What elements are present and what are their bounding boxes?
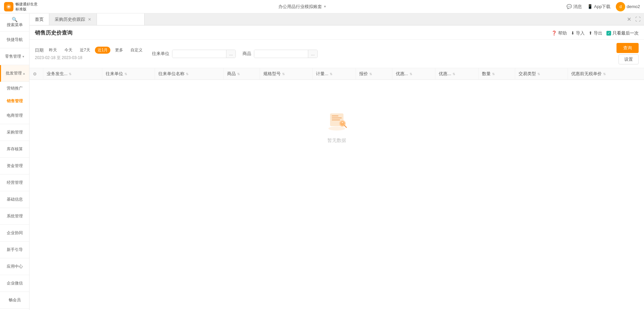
col-trade-type[interactable]: 交易类型⇅ [515, 68, 568, 80]
only-last-checkbox-label[interactable]: ✓ 只看最后一次 [606, 30, 639, 36]
chevron-down-icon: ▾ [22, 55, 24, 58]
counterpart-label: 往来单位 [152, 51, 169, 57]
sidebar-item-system[interactable]: 系统管理 [0, 208, 29, 225]
counterpart-dots-btn[interactable]: ... [226, 50, 235, 58]
svg-rect-3 [332, 115, 338, 116]
page-content: 销售历史价查询 ❓ 帮助 ⬇ 导入 ⬆ 导出 ✓ [30, 25, 644, 310]
main-layout: 🔍 搜索菜单 快捷导航 零售管理 ▾ 批发管理 ▴ 营销推广 销售管理 电商管理… [0, 13, 644, 310]
search-settings-button[interactable]: 设置 [619, 54, 639, 64]
counterpart-input[interactable] [172, 50, 226, 58]
dropdown-arrow-icon[interactable]: ▾ [324, 4, 326, 9]
tab-expand-btn[interactable]: ⛶ [635, 16, 641, 23]
sidebar-item-appcenter[interactable]: 应用中心 [0, 258, 29, 275]
help-btn[interactable]: ❓ 帮助 [551, 30, 567, 36]
sidebar-item-newbie[interactable]: 新手引导 [0, 242, 29, 258]
date-filters: 昨天 今天 近7天 近1月 更多 自定义 [46, 47, 145, 54]
tab-bar: 首页 采购历史价跟踪 ✕ 销售历史价跟踪 ✕ ✕ ⛶ [30, 13, 644, 25]
logo-icon [4, 2, 13, 11]
nav-app-download[interactable]: 📱 App下载 [587, 4, 610, 10]
date-btn-yesterday[interactable]: 昨天 [46, 47, 60, 54]
sidebar-item-quicknav[interactable]: 快捷导航 [0, 32, 29, 48]
tab-sales-history[interactable]: 销售历史价跟踪 ✕ [97, 13, 145, 25]
col-goods[interactable]: 商品⇅ [223, 68, 260, 80]
search-icon: 🔍 [12, 17, 17, 22]
table-container: ⚙ 业务发生...⇅ 往来单位⇅ 往来单位名称⇅ [30, 68, 644, 170]
only-last-checkbox[interactable]: ✓ [606, 31, 611, 36]
sort-icon-discount2: ⇅ [452, 72, 455, 76]
counterpart-field: 往来单位 ... [152, 50, 236, 58]
data-table: ⚙ 业务发生...⇅ 往来单位⇅ 往来单位名称⇅ [30, 68, 644, 80]
counterpart-input-wrapper: ... [172, 50, 236, 58]
sort-icon-spec: ⇅ [282, 72, 285, 76]
sort-icon-pretax-price: ⇅ [603, 72, 606, 76]
sidebar-item-basicinfo[interactable]: 基础信息 [0, 191, 29, 208]
top-bar-right: 💬 消息 📱 App下载 d demo2 [567, 2, 640, 11]
user-avatar: d [616, 2, 625, 11]
sidebar-item-finance[interactable]: 资金管理 [0, 158, 29, 174]
col-counterpart-id[interactable]: 往来单位⇅ [102, 68, 155, 80]
sort-icon-counterpart-id: ⇅ [124, 72, 127, 76]
tab-purchase-history[interactable]: 采购历史价跟踪 ✕ [49, 13, 97, 25]
col-quantity[interactable]: 数量⇅ [479, 68, 515, 80]
col-pretax-price[interactable]: 优惠前无税单价⇅ [568, 68, 644, 80]
goods-input[interactable] [254, 50, 308, 58]
sidebar-item-purchase[interactable]: 采购管理 [0, 124, 29, 141]
page-header: 销售历史价查询 ❓ 帮助 ⬇ 导入 ⬆ 导出 ✓ [30, 25, 644, 40]
sidebar-item-retail[interactable]: 零售管理 ▾ [0, 48, 29, 65]
sidebar-item-operations[interactable]: 经营管理 [0, 174, 29, 191]
tab-close-purchase[interactable]: ✕ [88, 17, 91, 22]
sidebar-item-ecommerce[interactable]: 电商管理 [0, 107, 29, 124]
nav-user[interactable]: d demo2 [616, 2, 640, 11]
tab-close-sales[interactable]: ✕ [136, 17, 139, 22]
sidebar-item-search[interactable]: 🔍 搜索菜单 [0, 13, 29, 32]
date-btn-7days[interactable]: 近7天 [77, 47, 93, 54]
sort-icon-unit: ⇅ [330, 72, 332, 76]
date-btn-1month[interactable]: 近1月 [95, 47, 111, 54]
logo-text: 畅捷通好生意 标准版 [15, 2, 38, 11]
export-btn[interactable]: ⬆ 导出 [589, 30, 602, 36]
col-price[interactable]: 报价⇅ [356, 68, 392, 80]
app-download-icon: 📱 [587, 4, 593, 9]
sidebar-item-inventory[interactable]: 库存核算 [0, 141, 29, 158]
logo-area[interactable]: 畅捷通好生意 标准版 [4, 2, 38, 11]
tab-home[interactable]: 首页 [30, 13, 49, 25]
import-icon: ⬇ [571, 31, 575, 36]
svg-rect-5 [332, 119, 340, 120]
search-button[interactable]: 查询 [616, 43, 639, 53]
goods-label: 商品 [243, 51, 251, 57]
chevron-up-icon: ▴ [23, 71, 25, 75]
col-unit[interactable]: 计量...⇅ [313, 68, 356, 80]
date-btn-more[interactable]: 更多 [112, 47, 126, 54]
sidebar-item-enterprise[interactable]: 企业协同 [0, 225, 29, 242]
svg-point-1 [328, 126, 345, 131]
tab-bar-actions: ✕ ⛶ [626, 15, 644, 23]
top-bar-center[interactable]: 办公用品行业模拟账套 ▾ [278, 4, 326, 10]
import-btn[interactable]: ⬇ 导入 [571, 30, 585, 36]
message-icon: 💬 [567, 4, 572, 9]
date-filter: 日期 昨天 今天 近7天 近1月 更多 自定义 [35, 47, 145, 54]
date-btn-today[interactable]: 今天 [62, 47, 75, 54]
col-settings[interactable]: ⚙ [30, 68, 43, 80]
nav-message[interactable]: 💬 消息 [567, 4, 582, 10]
goods-field: 商品 ... [243, 50, 318, 58]
col-biz-date[interactable]: 业务发生...⇅ [43, 68, 102, 80]
sidebar-sub-item-sales[interactable]: 销售管理 [0, 95, 29, 107]
col-discount1[interactable]: 优惠...⇅ [392, 68, 435, 80]
col-spec[interactable]: 规格型号⇅ [260, 68, 313, 80]
svg-rect-4 [332, 117, 342, 118]
sidebar-item-wholesale[interactable]: 批发管理 ▴ [0, 65, 29, 82]
sidebar-item-member[interactable]: 畅会员 [0, 292, 29, 309]
date-range-row: 2023-02-18 至 2023-03-18 [35, 55, 145, 61]
col-discount2[interactable]: 优惠...⇅ [435, 68, 479, 80]
sidebar-sub-item-marketing[interactable]: 营销推广 [0, 82, 29, 95]
column-settings-icon[interactable]: ⚙ [33, 71, 37, 76]
goods-dots-btn[interactable]: ... [308, 50, 317, 58]
date-btn-custom[interactable]: 自定义 [128, 47, 145, 54]
col-counterpart-name[interactable]: 往来单位名称⇅ [155, 68, 223, 80]
sort-icon-counterpart-name: ⇅ [186, 72, 189, 76]
sidebar-item-corpwechat[interactable]: 企业微信 [0, 275, 29, 292]
goods-input-wrapper: ... [254, 50, 318, 58]
tab-close-all-btn[interactable]: ✕ [626, 15, 632, 23]
top-bar: 畅捷通好生意 标准版 办公用品行业模拟账套 ▾ 💬 消息 📱 App下载 d d… [0, 0, 644, 13]
sort-icon-biz-date: ⇅ [69, 72, 71, 76]
